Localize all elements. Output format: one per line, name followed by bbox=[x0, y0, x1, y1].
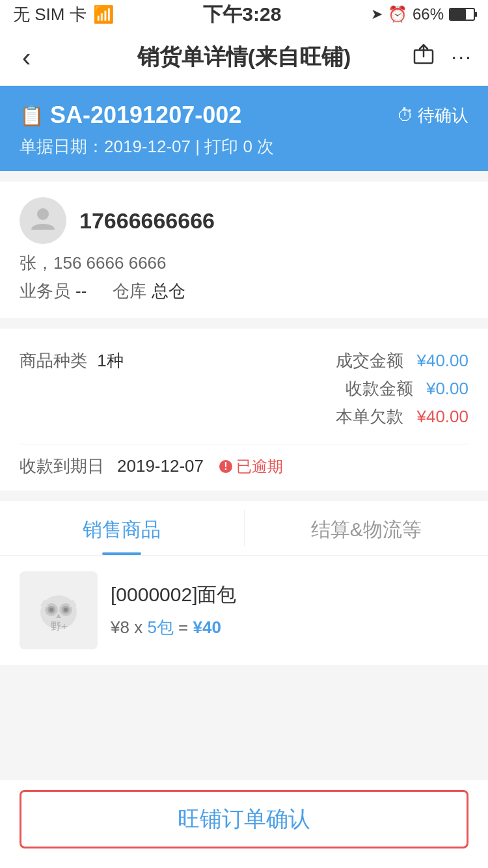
owed-amount-value: ¥40.00 bbox=[416, 407, 468, 427]
finance-section: 商品种类 1种 成交金额 ¥40.00 收款金额 ¥0.00 本单欠款 ¥40.… bbox=[0, 329, 488, 491]
confirm-order-button[interactable]: 旺铺订单确认 bbox=[20, 790, 468, 848]
status-time: 下午3:28 bbox=[203, 1, 281, 28]
tabs-row: 销售商品 结算&物流等 bbox=[0, 501, 488, 556]
svg-point-2 bbox=[37, 208, 49, 220]
product-types-value: 1种 bbox=[97, 351, 123, 370]
product-name: [0000002]面包 bbox=[111, 582, 468, 608]
overdue-icon: ! bbox=[219, 460, 232, 473]
user-icon bbox=[29, 204, 57, 238]
location-icon: ➤ bbox=[371, 6, 383, 23]
bottom-bar: 旺铺订单确认 bbox=[0, 779, 488, 868]
warehouse-value: 总仓 bbox=[152, 280, 185, 303]
no-sim-text: 无 SIM 卡 bbox=[13, 3, 87, 26]
order-date: 单据日期：2019-12-07 | 打印 0 次 bbox=[20, 135, 468, 158]
order-id: 📋 SA-20191207-002 bbox=[20, 102, 241, 129]
customer-name-detail: 张，156 6666 6666 bbox=[20, 252, 468, 275]
product-price: ¥8 x 5包 = ¥40 bbox=[111, 616, 468, 639]
svg-point-8 bbox=[49, 608, 53, 612]
received-amount-line: 收款金额 ¥0.00 bbox=[336, 377, 468, 400]
wifi-icon: 📶 bbox=[93, 5, 114, 25]
more-icon[interactable]: ··· bbox=[451, 45, 472, 69]
finance-row: 商品种类 1种 成交金额 ¥40.00 收款金额 ¥0.00 本单欠款 ¥40.… bbox=[20, 339, 468, 444]
warehouse-label: 仓库 bbox=[113, 280, 146, 303]
finance-right: 成交金额 ¥40.00 收款金额 ¥0.00 本单欠款 ¥40.00 bbox=[336, 349, 468, 433]
received-amount-value: ¥0.00 bbox=[426, 379, 468, 399]
order-status: ⏱ 待确认 bbox=[397, 104, 468, 127]
salesperson-value: -- bbox=[75, 281, 87, 301]
product-section: 野+ [0000002]面包 ¥8 x 5包 = ¥40 bbox=[0, 556, 488, 665]
product-total: ¥40 bbox=[193, 617, 221, 637]
deal-amount-value: ¥40.00 bbox=[416, 351, 468, 371]
status-right: ➤ ⏰ 66% bbox=[371, 5, 475, 23]
customer-row: 17666666666 bbox=[20, 197, 468, 244]
battery-icon bbox=[449, 8, 475, 21]
clock-icon: ⏱ bbox=[397, 105, 414, 126]
customer-phone: 17666666666 bbox=[79, 208, 215, 234]
tab-settlement[interactable]: 结算&物流等 bbox=[245, 501, 489, 555]
deal-amount-label: 成交金额 bbox=[336, 349, 403, 372]
product-types-label: 商品种类 1种 bbox=[20, 349, 124, 372]
overdue-text: 已逾期 bbox=[236, 456, 283, 477]
product-thumbnail: 野+ bbox=[20, 571, 98, 649]
back-button[interactable]: ‹ bbox=[16, 38, 37, 77]
avatar bbox=[20, 197, 66, 244]
received-amount-label: 收款金额 bbox=[346, 377, 413, 400]
finance-left: 商品种类 1种 bbox=[20, 349, 124, 372]
due-date-row: 收款到期日 2019-12-07 ! 已逾期 bbox=[20, 444, 468, 488]
svg-text:野+: 野+ bbox=[51, 621, 67, 632]
product-qty: 5包 bbox=[147, 617, 173, 637]
share-icon[interactable] bbox=[412, 42, 435, 72]
salesperson-item: 业务员 -- bbox=[20, 280, 87, 303]
alarm-icon: ⏰ bbox=[388, 5, 407, 23]
customer-info: 17666666666 bbox=[79, 208, 215, 234]
svg-point-9 bbox=[64, 608, 68, 612]
nav-actions: ··· bbox=[412, 42, 472, 72]
owed-amount-line: 本单欠款 ¥40.00 bbox=[336, 405, 468, 428]
tab-sales-product[interactable]: 销售商品 bbox=[0, 501, 244, 555]
nav-bar: ‹ 销货单详情(来自旺铺) ··· bbox=[0, 29, 488, 86]
customer-meta: 业务员 -- 仓库 总仓 bbox=[20, 280, 468, 303]
deal-amount-line: 成交金额 ¥40.00 bbox=[336, 349, 468, 372]
price-base: ¥8 x bbox=[111, 617, 147, 637]
status-left: 无 SIM 卡 📶 bbox=[13, 3, 114, 26]
status-bar: 无 SIM 卡 📶 下午3:28 ➤ ⏰ 66% bbox=[0, 0, 488, 29]
order-header-card: 📋 SA-20191207-002 ⏱ 待确认 单据日期：2019-12-07 … bbox=[0, 86, 488, 171]
due-date-value: 2019-12-07 bbox=[117, 456, 204, 476]
header-top: 📋 SA-20191207-002 ⏱ 待确认 bbox=[20, 102, 468, 129]
product-placeholder-icon: 野+ bbox=[33, 588, 85, 633]
overdue-badge: ! 已逾期 bbox=[219, 456, 283, 477]
warehouse-item: 仓库 总仓 bbox=[113, 280, 185, 303]
salesperson-label: 业务员 bbox=[20, 280, 70, 303]
equals: = bbox=[174, 617, 193, 637]
page-title: 销货单详情(来自旺铺) bbox=[137, 42, 351, 72]
order-id-icon: 📋 bbox=[20, 104, 44, 127]
due-date-label: 收款到期日 bbox=[20, 455, 104, 478]
battery-text: 66% bbox=[413, 5, 444, 23]
customer-section: 17666666666 张，156 6666 6666 业务员 -- 仓库 总仓 bbox=[0, 182, 488, 318]
product-item: 野+ [0000002]面包 ¥8 x 5包 = ¥40 bbox=[20, 571, 468, 649]
product-info: [0000002]面包 ¥8 x 5包 = ¥40 bbox=[111, 582, 468, 639]
owed-amount-label: 本单欠款 bbox=[336, 405, 403, 428]
tabs-section: 销售商品 结算&物流等 bbox=[0, 501, 488, 556]
